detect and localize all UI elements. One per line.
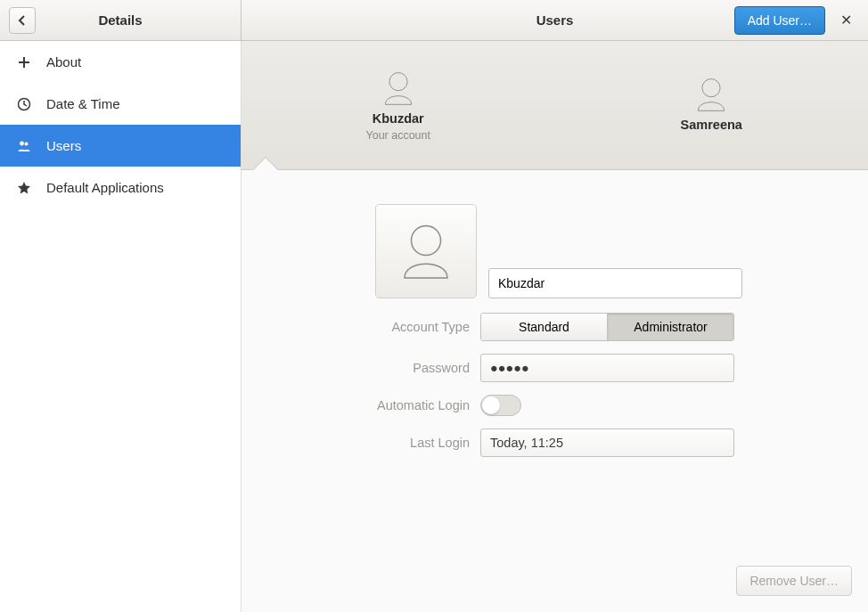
- sidebar-item-about[interactable]: About: [0, 41, 241, 83]
- user-subtitle: Your account: [365, 129, 430, 142]
- sidebar-item-default-apps[interactable]: Default Applications: [0, 167, 241, 208]
- account-type-administrator[interactable]: Administrator: [607, 314, 733, 340]
- main-panel: Kbuzdar Your account Samreena Account Ty…: [242, 41, 868, 612]
- sidebar-item-label: About: [46, 54, 81, 69]
- account-type-label: Account Type: [295, 320, 480, 334]
- account-type-standard[interactable]: Standard: [481, 314, 607, 340]
- users-icon: [16, 139, 32, 153]
- last-login-label: Last Login: [295, 436, 480, 450]
- automatic-login-label: Automatic Login: [295, 398, 480, 412]
- last-login-field[interactable]: Today, 11:25: [480, 428, 734, 457]
- close-icon: ✕: [840, 12, 852, 29]
- svg-point-3: [25, 142, 29, 145]
- sidebar: About Date & Time Users Default Applicat…: [0, 41, 242, 612]
- user-tab-samreena[interactable]: Samreena: [555, 41, 869, 169]
- plus-icon: [16, 55, 32, 69]
- close-button[interactable]: ✕: [832, 7, 859, 34]
- password-label: Password: [295, 361, 480, 375]
- avatar-icon: [394, 217, 458, 285]
- titlebar: Details Users Add User… ✕: [0, 0, 868, 41]
- remove-user-button[interactable]: Remove User…: [736, 566, 852, 596]
- clock-icon: [16, 97, 32, 111]
- user-name-label: Kbuzdar: [373, 111, 424, 126]
- sidebar-item-label: Default Applications: [46, 180, 164, 195]
- svg-point-2: [20, 141, 24, 145]
- avatar-picker[interactable]: [375, 204, 477, 298]
- account-type-segmented: Standard Administrator: [480, 313, 734, 341]
- sidebar-item-label: Users: [46, 138, 81, 153]
- sidebar-item-date-time[interactable]: Date & Time: [0, 83, 241, 125]
- user-name-input[interactable]: [488, 268, 742, 298]
- password-field[interactable]: ●●●●●: [480, 354, 734, 382]
- back-button[interactable]: [9, 7, 36, 34]
- sidebar-item-users[interactable]: Users: [0, 125, 241, 167]
- titlebar-left-title: Details: [0, 12, 241, 28]
- user-name-label: Samreena: [681, 118, 742, 132]
- star-icon: [16, 181, 32, 195]
- avatar-icon: [379, 69, 418, 108]
- user-tab-kbuzdar[interactable]: Kbuzdar Your account: [242, 41, 555, 169]
- user-list-strip: Kbuzdar Your account Samreena: [242, 41, 868, 170]
- avatar-icon: [692, 75, 731, 114]
- automatic-login-switch[interactable]: [480, 395, 521, 416]
- sidebar-item-label: Date & Time: [46, 96, 120, 111]
- add-user-button[interactable]: Add User…: [734, 6, 825, 35]
- chevron-left-icon: [18, 15, 27, 26]
